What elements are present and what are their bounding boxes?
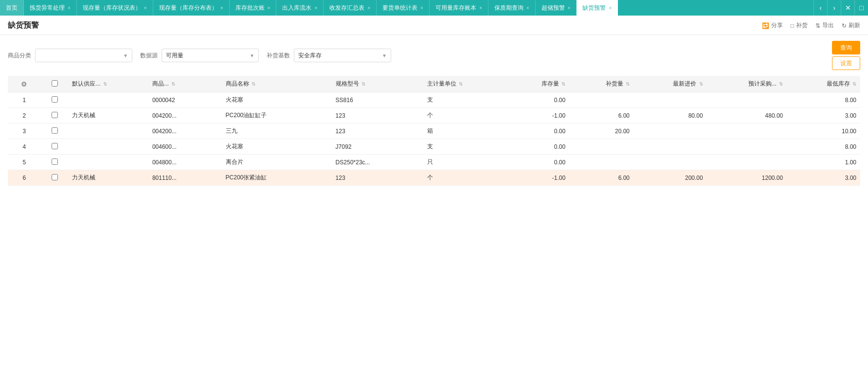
- nav-next-btn[interactable]: ›: [827, 0, 841, 16]
- row-checkbox-cell[interactable]: [41, 92, 69, 108]
- nav-tab-inout-flow[interactable]: 出入库流水×: [276, 0, 324, 16]
- row-checkbox-cell[interactable]: [41, 123, 69, 139]
- row-sku: 004200...: [148, 123, 222, 139]
- col-supplier-header[interactable]: 默认供应... ⇅: [68, 76, 148, 92]
- nav-tab-overstock[interactable]: 超储预警×: [536, 0, 577, 16]
- close-tab-inout-flow[interactable]: ×: [314, 5, 317, 11]
- nav-tab-avail-ledger[interactable]: 可用量库存账本×: [430, 0, 488, 16]
- nav-close-btn[interactable]: ✕: [841, 0, 854, 16]
- datasource-select[interactable]: 可用量 ▼: [162, 49, 259, 62]
- nav-tab-inventory-dist[interactable]: 现存量（库存分布表）×: [153, 0, 230, 16]
- row-unit: 支: [423, 139, 505, 155]
- col-spec-header[interactable]: 规格型号 ⇅: [332, 76, 423, 92]
- datasource-value: 可用量: [166, 52, 183, 60]
- category-select[interactable]: ▼: [35, 49, 132, 62]
- nav-tab-recv-summary[interactable]: 收发存汇总表×: [324, 0, 377, 16]
- select-all-checkbox[interactable]: [52, 80, 58, 87]
- row-name: 离合片: [222, 155, 332, 170]
- row-checkbox-cell[interactable]: [41, 155, 69, 170]
- col-unit-header[interactable]: 主计量单位 ⇅: [423, 76, 505, 92]
- page-title: 缺货预警: [8, 20, 39, 31]
- datasource-dropdown-icon: ▼: [250, 53, 254, 58]
- row-select-checkbox[interactable]: [52, 174, 58, 180]
- row-select-checkbox[interactable]: [52, 127, 58, 134]
- close-tab-inventory-status[interactable]: ×: [144, 5, 147, 11]
- col-select-all[interactable]: [41, 76, 69, 92]
- export-btn[interactable]: ⇅ 导出: [815, 21, 834, 30]
- row-replenish: [569, 155, 633, 170]
- name-sort-icon: ⇅: [252, 81, 255, 87]
- close-tab-expiry-query[interactable]: ×: [526, 5, 529, 11]
- close-tab-inventory-dist[interactable]: ×: [220, 5, 223, 11]
- col-replenish-header[interactable]: 补货量 ⇅: [569, 76, 633, 92]
- nav-tab-order-stats[interactable]: 要货单统计表×: [377, 0, 430, 16]
- row-est-purchase: [707, 92, 787, 108]
- row-select-checkbox[interactable]: [52, 112, 58, 118]
- nav-prev-btn[interactable]: ‹: [814, 0, 827, 16]
- row-checkbox-cell[interactable]: [41, 139, 69, 155]
- col-gear[interactable]: ⚙: [8, 76, 41, 92]
- row-replenish: 6.00: [569, 108, 633, 123]
- settings-button[interactable]: 设置: [832, 56, 860, 70]
- row-est-purchase: [707, 139, 787, 155]
- row-est-purchase: [707, 123, 787, 139]
- row-supplier: [68, 123, 148, 139]
- row-supplier: [68, 155, 148, 170]
- row-index: 5: [8, 155, 41, 170]
- row-stock: -1.00: [505, 108, 569, 123]
- close-tab-order-stats[interactable]: ×: [420, 5, 423, 11]
- row-select-checkbox[interactable]: [52, 158, 58, 165]
- row-stock: 0.00: [505, 139, 569, 155]
- col-name-header[interactable]: 商品名称 ⇅: [222, 76, 332, 92]
- row-name: 火花塞: [222, 92, 332, 108]
- row-supplier: 力天机械: [68, 170, 148, 186]
- close-tab-overstock[interactable]: ×: [568, 5, 571, 11]
- query-button[interactable]: 查询: [832, 41, 860, 54]
- row-stock: 0.00: [505, 92, 569, 108]
- close-tab-stock-exception[interactable]: ×: [68, 5, 71, 11]
- row-sku: 0000042: [148, 92, 222, 108]
- gear-icon[interactable]: ⚙: [21, 80, 27, 88]
- row-index: 4: [8, 139, 41, 155]
- refresh-btn[interactable]: ↻ 刷新: [842, 21, 860, 30]
- row-min-stock: 3.00: [787, 170, 860, 186]
- col-stock-header[interactable]: 库存量 ⇅: [505, 76, 569, 92]
- row-select-checkbox[interactable]: [52, 143, 58, 149]
- col-price-header[interactable]: 最新进价 ⇅: [633, 76, 707, 92]
- nav-tab-stock-exception[interactable]: 拣货异常处理×: [24, 0, 77, 16]
- row-name: PC200张紧油缸: [222, 170, 332, 186]
- page-header: 缺货预警 🔁 分享 □ 补货 ⇅ 导出 ↻ 刷新: [0, 16, 868, 35]
- row-spec: DS250*23c...: [332, 155, 423, 170]
- row-checkbox-cell[interactable]: [41, 108, 69, 123]
- sku-sort-icon: ⇅: [171, 81, 175, 87]
- row-replenish: [569, 139, 633, 155]
- col-est-header[interactable]: 预计采购... ⇅: [707, 76, 787, 92]
- close-tab-shortage[interactable]: ×: [609, 5, 612, 11]
- datasource-filter-group: 数据源 可用量 ▼: [140, 49, 259, 62]
- replenish-icon: □: [791, 22, 794, 29]
- nav-tab-expiry-query[interactable]: 保质期查询×: [488, 0, 536, 16]
- nav-controls: ‹ › ✕ □: [814, 0, 868, 16]
- close-tab-recv-summary[interactable]: ×: [367, 5, 370, 11]
- share-btn[interactable]: 🔁 分享: [762, 21, 783, 30]
- nav-tab-inventory-status[interactable]: 现存量（库存状况表）×: [77, 0, 153, 16]
- close-tab-batch-account[interactable]: ×: [268, 5, 271, 11]
- row-checkbox-cell[interactable]: [41, 170, 69, 186]
- replenish-btn[interactable]: □ 补货: [791, 21, 808, 30]
- filter-right-actions: 查询 设置: [832, 41, 860, 70]
- nav-tab-shortage[interactable]: 缺货预警×: [577, 0, 618, 16]
- replenish-base-dropdown-icon: ▼: [382, 53, 387, 58]
- nav-tab-batch-account[interactable]: 库存批次账×: [230, 0, 277, 16]
- replenish-base-label: 补货基数: [267, 52, 290, 60]
- row-min-stock: 3.00: [787, 108, 860, 123]
- close-tab-avail-ledger[interactable]: ×: [479, 5, 482, 11]
- nav-maximize-btn[interactable]: □: [854, 0, 868, 16]
- replenish-base-select[interactable]: 安全库存 ▼: [294, 49, 391, 62]
- col-min-stock-header[interactable]: 最低库存 ⇅: [787, 76, 860, 92]
- row-unit: 个: [423, 108, 505, 123]
- row-select-checkbox[interactable]: [52, 96, 58, 103]
- nav-tab-home[interactable]: 首页: [0, 0, 24, 16]
- row-replenish: [569, 92, 633, 108]
- row-sku: 004600...: [148, 139, 222, 155]
- col-sku-header[interactable]: 商品... ⇅: [148, 76, 222, 92]
